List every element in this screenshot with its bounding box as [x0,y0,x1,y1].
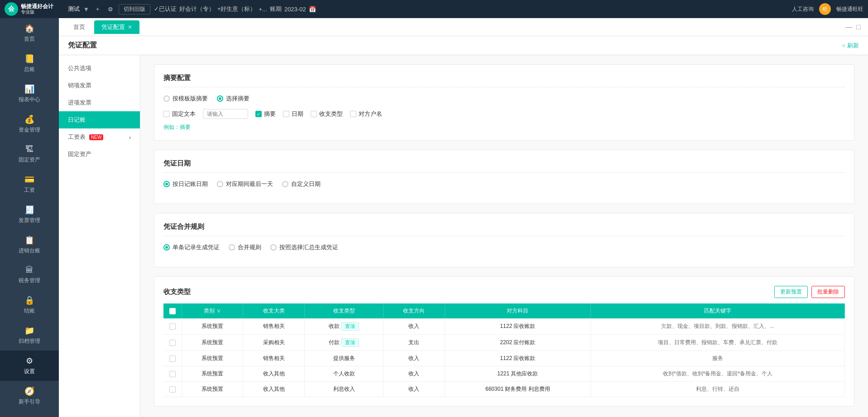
sidebar-item-invoice[interactable]: 🧾 发票管理 [0,199,59,230]
sidebar-item-label: 首页 [24,35,35,43]
cell-contra-account: 1122 应收账款 [445,351,590,366]
new-badge: NEW [89,134,103,140]
left-nav-purchase-invoice[interactable]: 进项发票 [59,94,140,111]
radio-period-last-circle [217,181,223,187]
sidebar-item-asset[interactable]: 🏗 固定资产 [0,139,59,169]
checkbox-counterpart[interactable]: 对方户名 [350,110,382,118]
cell-checkbox[interactable] [163,335,182,351]
logo-text: 畅捷通好会计 [21,3,53,9]
sidebar-item-label: 发票管理 [19,217,40,224]
settings-icon[interactable]: ⚙ [106,4,115,14]
type-tag[interactable]: 置顶 [341,338,359,347]
tab-bar-actions: — □ [845,23,861,31]
cell-category: 系统预置 [182,366,243,382]
header-right: 人工咨询 旺 畅捷通旺旺 [792,3,863,15]
table-actions: 更新预置 批量删除 [774,286,845,298]
sidebar-item-archive[interactable]: 📁 归档管理 [0,320,59,351]
cell-checkbox[interactable] [163,351,182,366]
summary-section-title: 摘要配置 [163,74,845,87]
fixed-text-input[interactable] [203,109,248,119]
left-nav-payroll[interactable]: 工资表 NEW › [59,128,140,146]
sidebar-item-label: 新手引导 [19,398,40,406]
nav-dropdown-icon[interactable]: ▼ [83,6,89,13]
table-row: 系统预置 收入其他 个人收款 收入 1221 其他应收款 收到*借款、收到*备用… [163,366,845,382]
sidebar-item-label: 总账 [24,66,35,73]
left-nav-public[interactable]: 公共选项 [59,60,140,77]
logo-area: 会 畅捷通好会计 专业版 [5,2,63,16]
income-expense-section: 收支类型 更新预置 批量删除 [154,276,854,407]
payroll-chevron-icon: › [129,134,131,141]
summary-section: 摘要配置 按模板版摘要 选择摘要 [154,64,854,141]
sidebar-item-salary[interactable]: 💳 工资 [0,169,59,199]
date-radio-custom[interactable]: 自定义日期 [282,180,321,188]
cell-type: 利息收入 [305,382,384,397]
checkbox-summary[interactable]: ✓ 摘要 [255,110,276,118]
left-nav-journal[interactable]: 日记账 [59,111,140,128]
cell-checkbox[interactable] [163,318,182,335]
update-reset-btn[interactable]: 更新预置 [774,286,808,298]
sidebar-item-purchase[interactable]: 📋 进销台账 [0,230,59,260]
type-tag[interactable]: 置顶 [341,322,359,331]
sidebar-item-label: 进销台账 [19,247,40,255]
sidebar-item-tax[interactable]: 🏛 税务管理 [0,260,59,290]
sidebar-item-ledger[interactable]: 📒 总账 [0,48,59,79]
left-nav-sales-invoice[interactable]: 销项发票 [59,77,140,94]
date-radio-journal[interactable]: 按日记账日期 [163,180,208,188]
sidebar-item-report[interactable]: 📊 报表中心 [0,79,59,109]
checkbox-payment-type[interactable]: 收支类型 [311,110,343,118]
sidebar-item-label: 税务管理 [19,277,40,284]
summary-radio-template[interactable]: 按模板版摘要 [163,95,208,103]
merge-radio-merge[interactable]: 合并规则 [229,243,261,251]
good-biz-tag: +好生意（标） [217,5,256,13]
tab-close-icon[interactable]: ✕ [128,24,132,30]
checkbox-date-box [283,111,289,117]
sidebar-item-fund[interactable]: 💰 资金管理 [0,109,59,139]
calendar-icon[interactable]: 📅 [309,6,316,13]
col-category: 类别 ∨ [182,303,243,318]
left-nav-fixed-asset[interactable]: 固定资产 [59,146,140,163]
cell-checkbox[interactable] [163,382,182,397]
table-row: 系统预置 采购相关 付款 置顶 支出 2202 应付账款 项目、日常费用、报销款… [163,335,845,351]
cell-match-keyword: 欠款、现金、项目款、到款、报销款、汇入、... [591,318,845,335]
col-checkbox[interactable] [163,303,182,318]
sidebar-item-close[interactable]: 🔒 结账 [0,290,59,320]
checkbox-date[interactable]: 日期 [283,110,303,118]
voucher-date-title: 凭证日期 [163,159,845,173]
merge-radio-summary[interactable]: 按照选择汇总生成凭证 [270,243,338,251]
tab-home[interactable]: 首页 [66,20,92,34]
add-icon[interactable]: ＋ [93,3,102,15]
sidebar-item-label: 工资 [24,186,35,194]
tab-maximize-btn[interactable]: □ [856,23,861,31]
header-nav: 测试 ▼ ＋ ⚙ 切到旧版 ✓已认证 好会计（专） +好生意（标） +... 账… [63,3,792,15]
tax-icon: 🏛 [25,265,34,275]
summary-radio-select[interactable]: 选择摘要 [217,95,249,103]
tab-voucher-config[interactable]: 凭证配置 ✕ [94,20,139,34]
top-header: 会 畅捷通好会计 专业版 测试 ▼ ＋ ⚙ 切到旧版 ✓已认证 好会计（专） +… [0,0,868,18]
left-nav: 公共选项 销项发票 进项发票 日记账 工资表 NEW [59,55,140,417]
cell-direction: 收入 [383,318,445,335]
cell-checkbox[interactable] [163,366,182,382]
checkbox-fixed-text[interactable]: 固定文本 [163,110,196,118]
avatar[interactable]: 旺 [819,3,831,15]
sidebar-item-guide[interactable]: 🧭 新手引导 [0,381,59,411]
help-label[interactable]: 人工咨询 [792,5,814,13]
cell-contra-account: 660301 财务费用 利息费用 [445,382,590,397]
invoice-icon: 🧾 [24,205,34,215]
home-icon: 🏠 [24,24,34,33]
col-contra-account: 对方科目 [445,303,590,318]
company-selector[interactable]: 测试 [68,5,80,13]
col-major-type: 收支大类 [243,303,305,318]
tab-minimize-btn[interactable]: — [845,23,853,31]
sidebar-item-member[interactable]: 👑 畅会员 [0,411,59,417]
salary-icon: 💳 [24,175,34,185]
merge-radio-single[interactable]: 单条记录生成凭证 [163,243,220,251]
sidebar-item-home[interactable]: 🏠 首页 [0,18,59,48]
asset-icon: 🏗 [25,145,34,154]
switch-old-btn[interactable]: 切到旧版 [119,4,150,14]
tab-bar: 首页 凭证配置 ✕ — □ [59,18,868,36]
sidebar-item-settings[interactable]: ⚙ 设置 [0,351,59,381]
date-radio-period-last[interactable]: 对应期间最后一天 [217,180,273,188]
radio-merge-circle [229,244,235,251]
batch-delete-btn[interactable]: 批量删除 [811,286,845,298]
refresh-btn[interactable]: ○ 刷新 [842,42,859,50]
